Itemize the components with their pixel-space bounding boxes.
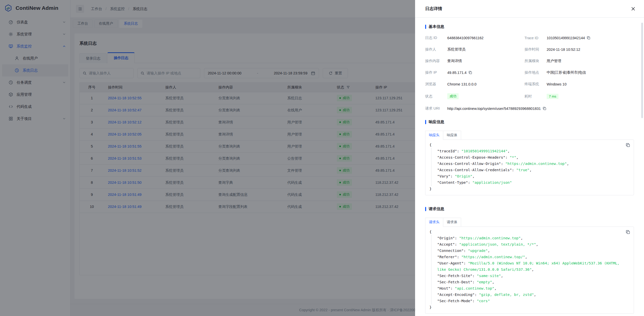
detail-field-请求 URI: 请求 URIhttp://api.continew.top/system/use… (425, 106, 634, 111)
section-accent-bar (425, 25, 426, 29)
code-line: "Sec-Fetch-Site": "same-site", (437, 273, 622, 279)
code-line: "Connection": "upgrade", (437, 248, 622, 254)
request-info-heading: 请求信息 (425, 206, 634, 212)
basic-info-heading: 基本信息 (425, 24, 634, 29)
code-line: "Origin": "https://admin.continew.top", (437, 235, 622, 241)
detail-field-日志 ID: 日志 ID648838410097661162 (425, 35, 525, 40)
code-line: "Sec-Fetch-Mode": "cors" (437, 298, 622, 304)
field-value-text: 系统管理员 (447, 47, 466, 52)
field-label: 耗时 (525, 94, 547, 99)
field-value-text: Chrome 131.0.0.0 (447, 82, 476, 86)
field-label: 状态 (425, 94, 447, 99)
field-value-text: 2024-11-18 10:52:12 (547, 48, 580, 52)
code-line: "Accept": "application/json, text/plain,… (437, 241, 622, 248)
response-tab-响应头[interactable]: 响应头 (425, 131, 443, 140)
code-line: "Vary": "Origin", (437, 173, 622, 179)
copy-icon[interactable] (543, 107, 546, 110)
code-line: "Access-Control-Allow-Origin": "https://… (437, 161, 622, 167)
field-label: Trace ID (525, 36, 547, 40)
drawer-body: 基本信息 日志 ID648838410097661162Trace ID1010… (415, 18, 644, 316)
section-accent-bar (425, 120, 426, 124)
detail-field-耗时: 耗时7 ms (525, 93, 634, 99)
detail-field-所属模块: 所属模块用户管理 (525, 59, 634, 63)
field-value-text: Windows 10 (547, 82, 567, 86)
request-tab-请求体[interactable]: 请求体 (443, 218, 461, 227)
detail-field-操作人: 操作人系统管理员 (425, 47, 525, 52)
field-value-text: 648838410097661162 (447, 36, 484, 40)
field-label: 操作 IP (425, 70, 447, 75)
response-tabs: 响应头响应体 (425, 131, 634, 140)
section-accent-bar (425, 207, 426, 211)
field-value-text: 用户管理 (547, 59, 561, 63)
code-line: } (429, 186, 622, 192)
request-headers-code: {"Origin": "https://admin.continew.top",… (425, 227, 634, 314)
field-label: 请求 URI (425, 106, 447, 111)
detail-field-操作内容: 操作内容查询详情 (425, 59, 525, 63)
field-value-text: 1010501499911942144 (547, 36, 585, 40)
code-line: "Content-Type": "application/json" (437, 179, 622, 186)
response-headers-code: {"traceId": "1010501499911942144","Acces… (425, 140, 634, 195)
code-entries: "traceId": "1010501499911942144","Access… (431, 148, 622, 186)
close-icon[interactable] (631, 6, 636, 11)
field-value-text: http://api.continew.top/system/user/5478… (447, 107, 541, 111)
code-entries: "Origin": "https://admin.continew.top","… (431, 235, 622, 304)
field-label: 浏览器 (425, 82, 447, 86)
field-value-text: 49.85.171.4 (447, 71, 467, 75)
field-label: 操作人 (425, 47, 447, 52)
detail-field-操作地点: 操作地点中国|江苏省|泰州市|电信 (525, 70, 634, 75)
detail-field-终端系统: 终端系统Windows 10 (525, 82, 634, 86)
copy-icon[interactable] (587, 36, 590, 40)
code-line: } (429, 304, 622, 310)
drawer-scrollbar[interactable] (641, 23, 643, 118)
detail-field-浏览器: 浏览器Chrome 131.0.0.0 (425, 82, 525, 86)
code-line: "Sec-Fetch-Dest": "empty", (437, 279, 622, 285)
log-detail-drawer: 日志详情 基本信息 日志 ID648838410097661162Trace I… (415, 0, 644, 316)
code-line: { (429, 229, 622, 235)
code-line: "User-Agent": "Mozilla/5.0 (Windows NT 1… (437, 260, 622, 273)
code-line: "Referer": "https://admin.continew.top/"… (437, 254, 622, 260)
detail-field-Trace ID: Trace ID1010501499911942144 (525, 35, 634, 40)
response-tab-响应体[interactable]: 响应体 (443, 131, 461, 140)
code-line: "Accept-Encoding": "gzip, deflate, br, z… (437, 292, 622, 298)
field-label: 操作内容 (425, 59, 447, 63)
copy-icon[interactable] (626, 230, 630, 234)
code-line: "Access-Control-Expose-Headers": "*", (437, 154, 622, 161)
field-value-text: 查询详情 (447, 59, 462, 63)
basic-info-fields: 日志 ID648838410097661162Trace ID101050149… (425, 35, 634, 111)
copy-icon[interactable] (626, 143, 630, 147)
field-label: 所属模块 (525, 59, 547, 63)
code-line: "Host": "api.continew.top", (437, 285, 622, 292)
copy-icon[interactable] (468, 71, 472, 74)
response-info-heading: 响应信息 (425, 119, 634, 125)
field-label: 操作地点 (525, 70, 547, 75)
request-tabs: 请求头请求体 (425, 218, 634, 227)
detail-field-操作时间: 操作时间2024-11-18 10:52:12 (525, 47, 634, 52)
drawer-header: 日志详情 (415, 0, 644, 18)
field-value-text: 中国|江苏省|泰州市|电信 (547, 70, 586, 75)
detail-field-操作 IP: 操作 IP49.85.171.4 (425, 70, 525, 75)
drawer-title: 日志详情 (425, 6, 442, 12)
detail-field-状态: 状态成功 (425, 93, 525, 99)
code-line: "traceId": "1010501499911942144", (437, 148, 622, 154)
field-label: 操作时间 (525, 47, 547, 52)
field-label: 日志 ID (425, 35, 447, 40)
code-line: "Access-Control-Allow-Credentials": "tru… (437, 167, 622, 173)
code-line: { (429, 142, 622, 148)
field-label: 终端系统 (525, 82, 547, 86)
status-badge: 7 ms (547, 94, 558, 99)
status-badge: 成功 (447, 93, 459, 99)
request-tab-请求头[interactable]: 请求头 (425, 218, 443, 227)
